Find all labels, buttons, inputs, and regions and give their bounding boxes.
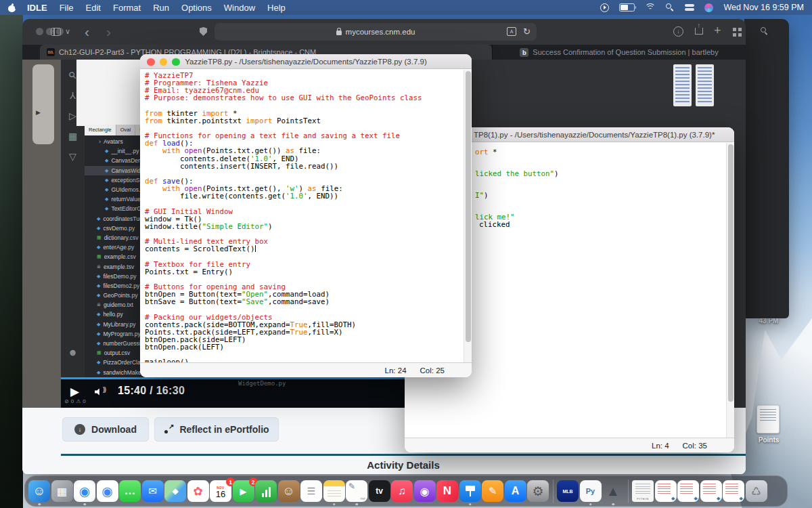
vscode-status-counts: ⊘0 ⚠0 <box>64 398 86 404</box>
py-icon: ◆ <box>97 226 100 231</box>
volume-icon[interactable] <box>95 388 102 396</box>
sidebar-icon[interactable] <box>51 28 61 36</box>
background-browser-window[interactable] <box>744 19 789 318</box>
spotlight-icon[interactable] <box>666 3 675 12</box>
share-icon[interactable] <box>695 28 703 35</box>
video-caption: WidgetDemo.py <box>238 380 286 387</box>
facetime-icon[interactable]: ▶2 <box>233 480 254 502</box>
tab-overview-icon[interactable] <box>733 28 742 37</box>
mail-icon[interactable]: ✉ <box>142 480 164 502</box>
new-tab-icon[interactable]: + <box>714 24 721 38</box>
eportfolio-icon <box>164 425 173 434</box>
app-store-icon[interactable]: A <box>505 480 526 502</box>
browser-tab[interactable]: bSuccess Confirmation of Question Submis… <box>492 45 746 60</box>
play-icon[interactable]: ▶ <box>70 385 79 399</box>
forward-icon[interactable]: › <box>106 19 111 45</box>
minimize-button[interactable] <box>160 58 168 66</box>
keynote-icon[interactable] <box>459 480 481 502</box>
scrollbar[interactable] <box>726 143 734 438</box>
finder-icon[interactable]: ☺ <box>28 480 50 502</box>
running-indicator <box>469 503 472 506</box>
expand-arrow-icon: ▶ <box>36 109 41 116</box>
menu-item-run[interactable]: Run <box>153 3 169 13</box>
translate-icon[interactable]: A <box>507 27 516 36</box>
back-icon[interactable]: ‹ <box>85 19 89 45</box>
music-icon[interactable]: ♫ <box>391 480 413 502</box>
menu-item-file[interactable]: File <box>60 3 74 13</box>
account-icon[interactable]: ☻ <box>68 347 78 357</box>
zoom-button[interactable] <box>172 58 180 66</box>
idle-window-front[interactable]: YazzieTP8.py - /Users/tishenayazzie/Docu… <box>140 54 472 377</box>
chrome-icon[interactable]: ◉ <box>97 480 118 502</box>
collapsed-panel-handle[interactable]: ▶ <box>32 64 54 144</box>
file-name: enterAge.py <box>103 244 134 251</box>
editor-tab-oval[interactable]: Oval <box>116 125 135 135</box>
reflect-in-eportfolio-button[interactable]: Reflect in ePortfolio <box>154 417 279 442</box>
menu-item-edit[interactable]: Edit <box>86 3 101 13</box>
control-center-icon[interactable] <box>685 4 694 11</box>
screen-mirroring-icon[interactable] <box>600 3 609 12</box>
minimized-window-icon[interactable] <box>700 480 722 502</box>
python-doc-icon[interactable]: PYTHON <box>632 480 654 502</box>
active-app-name[interactable]: IDLE <box>27 3 47 13</box>
battery-icon[interactable] <box>619 3 635 12</box>
safari-icon[interactable]: ◉ <box>74 480 95 502</box>
code-area[interactable]: # YazzieTP7# Programmer: Tishena Yazzie#… <box>140 70 464 362</box>
bartleby-tab-icon: b <box>520 48 528 57</box>
extensions-icon[interactable]: ▦ <box>68 131 77 141</box>
minimized-window-icon[interactable] <box>723 480 744 502</box>
minimized-window-icon[interactable] <box>655 480 677 502</box>
textedit-icon[interactable]: ✎TXT <box>346 480 367 502</box>
file-name: GeoPoints.py <box>103 292 137 299</box>
reload-icon[interactable]: ↻ <box>523 26 531 37</box>
photos-icon[interactable]: ✿ <box>187 480 209 502</box>
chevron-down-icon[interactable]: ∨ <box>65 27 70 36</box>
idle-icon[interactable]: Py <box>580 480 602 502</box>
numbers-icon[interactable] <box>255 480 277 502</box>
close-button[interactable] <box>147 58 155 66</box>
wifi-icon[interactable] <box>645 3 656 12</box>
apple-menu-icon[interactable] <box>8 3 16 12</box>
system-settings-icon[interactable]: ⚙ <box>527 480 549 502</box>
video-progress-bar[interactable] <box>61 377 405 379</box>
pages-icon[interactable]: ✎ <box>482 480 503 502</box>
desktop-file-label[interactable]: Points <box>747 436 790 444</box>
podcasts-icon[interactable]: ◉ <box>414 480 436 502</box>
siri-icon[interactable] <box>704 3 713 12</box>
reminders-icon[interactable]: ☰ <box>300 480 322 502</box>
testing-icon[interactable]: ▽ <box>69 152 76 161</box>
contacts-icon[interactable]: ☺ <box>278 480 300 502</box>
editor-tab-rectangle[interactable]: Rectangle <box>85 125 116 135</box>
scrollbar-thumb[interactable] <box>728 144 734 402</box>
menu-item-options[interactable]: Options <box>181 3 212 13</box>
menu-item-window[interactable]: Window <box>224 3 255 13</box>
scrollbar-thumb[interactable] <box>466 71 471 342</box>
notes-icon[interactable] <box>323 480 345 502</box>
tab-label: Success Confirmation of Question Submiss… <box>533 48 718 56</box>
minimized-window-icon[interactable] <box>677 480 699 502</box>
mlb-icon[interactable]: MLB <box>557 480 579 502</box>
menu-item-help[interactable]: Help <box>267 3 286 13</box>
file-name: dictionary.csv <box>104 234 139 241</box>
messages-icon[interactable]: … <box>119 480 141 502</box>
scrollbar[interactable] <box>464 70 472 362</box>
desktop-file-icon[interactable] <box>757 405 780 433</box>
trash-icon[interactable]: ♺ <box>746 480 767 502</box>
python-launcher-icon[interactable]: ▲ <box>602 480 624 502</box>
maps-icon[interactable]: ◆ <box>164 480 186 502</box>
py-icon: ◆ <box>97 293 100 298</box>
download-button[interactable]: ↓ Download <box>62 417 149 442</box>
launchpad-icon[interactable]: ▦ <box>51 480 73 502</box>
privacy-shield-icon[interactable] <box>200 27 207 36</box>
close-button[interactable] <box>36 28 43 35</box>
menubar-clock[interactable]: Wed Nov 16 9:59 PM <box>723 3 804 12</box>
lock-icon <box>336 30 342 35</box>
news-icon[interactable]: N <box>436 480 458 502</box>
address-bar[interactable]: mycourses.cnm.edu A ↻ <box>215 23 537 41</box>
menu-item-format[interactable]: Format <box>113 3 141 13</box>
calendar-icon[interactable]: NOV161 <box>210 480 231 502</box>
apple-tv-icon[interactable]: tv <box>369 480 390 502</box>
run-debug-icon[interactable]: ▷ <box>69 111 76 121</box>
source-control-icon[interactable]: Y <box>70 91 76 100</box>
downloads-icon[interactable]: ↓ <box>673 26 683 37</box>
